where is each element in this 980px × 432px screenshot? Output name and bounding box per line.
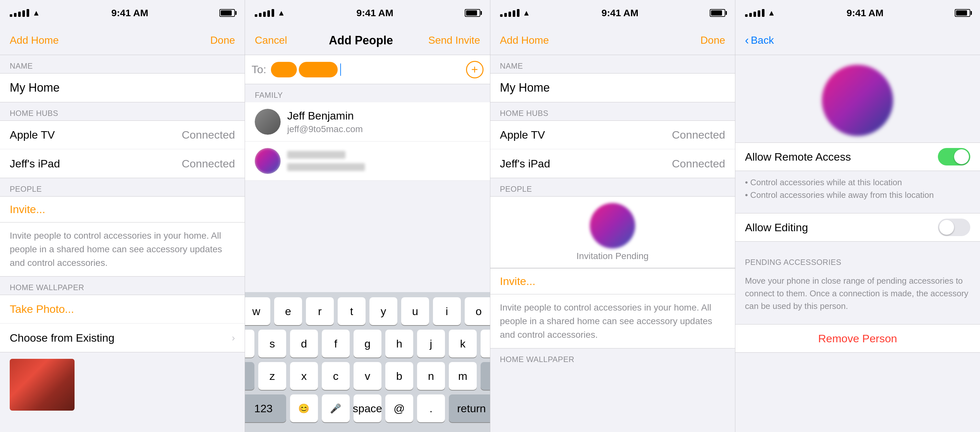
nav-bar-2: Cancel Add People Send Invite — [245, 26, 490, 55]
jeffs-ipad-item-3[interactable]: Jeff's iPad Connected — [490, 149, 735, 178]
allow-editing-row-4[interactable]: Allow Editing — [735, 213, 980, 241]
status-bar-1: ▲ 9:41 AM — [0, 0, 245, 26]
done-button-3[interactable]: Done — [686, 34, 725, 46]
nav-bar-3: Add Home Done — [490, 26, 735, 55]
jeff-name: Jeff Benjamin — [287, 110, 363, 122]
contact-jeff-row[interactable]: Jeff Benjamin jeff@9to5mac.com — [245, 102, 490, 141]
status-bar-4: ▲ 9:41 AM — [735, 0, 980, 26]
key-emoji[interactable]: 😊 — [290, 394, 318, 422]
people-item-3[interactable]: Invitation Pending — [490, 196, 735, 268]
allow-remote-toggle-4[interactable] — [938, 148, 970, 165]
key-h[interactable]: h — [385, 330, 413, 357]
key-j[interactable]: j — [417, 330, 445, 357]
key-c[interactable]: c — [322, 362, 350, 390]
key-b[interactable]: b — [385, 362, 413, 390]
key-n[interactable]: n — [417, 362, 445, 390]
panel-add-people: ▲ 9:41 AM Cancel Add People Send Invite … — [245, 0, 490, 432]
remote-desc1-4: • Control accessories while at this loca… — [745, 178, 902, 187]
key-mic[interactable]: 🎤 — [322, 394, 350, 422]
to-field-2[interactable]: To: + — [245, 55, 490, 84]
battery-3 — [710, 9, 725, 17]
send-invite-button-2[interactable]: Send Invite — [428, 34, 480, 46]
invite-item-1[interactable]: Invite... — [0, 196, 245, 222]
home-hubs-group-3: Apple TV Connected Jeff's iPad Connected — [490, 121, 735, 178]
jeff-avatar — [255, 109, 281, 135]
allow-editing-toggle-4[interactable] — [938, 219, 970, 236]
key-space[interactable]: space — [353, 394, 382, 422]
invite-link-3[interactable]: Invite... — [500, 275, 536, 287]
key-k[interactable]: k — [449, 330, 477, 357]
back-button-4[interactable]: ‹ Back — [745, 34, 784, 47]
pending-section-header-4: PENDING ACCESSORIES — [735, 251, 980, 270]
battery-1 — [220, 9, 235, 17]
battery-icons-3 — [710, 9, 725, 17]
wallpaper-thumbnail-1[interactable] — [10, 359, 75, 411]
remove-person-label-4[interactable]: Remove Person — [818, 332, 897, 345]
key-a[interactable]: a — [245, 330, 255, 357]
key-123[interactable]: 123 — [245, 394, 286, 422]
key-d[interactable]: d — [290, 330, 318, 357]
battery-4 — [955, 9, 970, 17]
key-l[interactable]: l — [480, 330, 490, 357]
to-input-2[interactable] — [271, 62, 463, 78]
done-button-1[interactable]: Done — [196, 34, 235, 46]
add-home-button-1[interactable]: Add Home — [10, 34, 59, 46]
key-e[interactable]: e — [274, 297, 302, 325]
chip-1 — [271, 62, 297, 78]
key-u[interactable]: u — [401, 297, 429, 325]
key-shift[interactable]: ⇧ — [245, 362, 255, 390]
key-v[interactable]: v — [353, 362, 382, 390]
key-m[interactable]: m — [449, 362, 477, 390]
key-z[interactable]: z — [258, 362, 286, 390]
jeffs-ipad-value-1: Connected — [182, 157, 235, 170]
signal-icons-2: ▲ — [255, 8, 285, 17]
blurred-avatar-img — [255, 148, 281, 174]
back-chevron-icon: ‹ — [745, 34, 749, 47]
allow-remote-row-4[interactable]: Allow Remote Access — [735, 143, 980, 171]
key-o[interactable]: o — [465, 297, 490, 325]
jeffs-ipad-item-1[interactable]: Jeff's iPad Connected — [0, 149, 245, 178]
invite-desc-1: Invite people to control accessories in … — [0, 222, 245, 276]
add-home-button-3[interactable]: Add Home — [500, 34, 549, 46]
choose-existing-item-1[interactable]: Choose from Existing › — [0, 324, 245, 352]
status-bar-3: ▲ 9:41 AM — [490, 0, 735, 26]
name-group-3: My Home — [490, 73, 735, 102]
key-f[interactable]: f — [322, 330, 350, 357]
home-name-item-1[interactable]: My Home — [0, 73, 245, 102]
remove-person-button-4[interactable]: Remove Person — [735, 324, 980, 353]
cancel-button-2[interactable]: Cancel — [255, 34, 294, 46]
home-hubs-group-1: Apple TV Connected Jeff's iPad Connected — [0, 121, 245, 178]
key-period[interactable]: . — [417, 394, 445, 422]
keyboard-2[interactable]: q w e r t y u i o p a s d f g h j k l ⇧ … — [245, 292, 490, 432]
jeff-info: Jeff Benjamin jeff@9to5mac.com — [287, 110, 363, 134]
apple-tv-item-3[interactable]: Apple TV Connected — [490, 121, 735, 149]
keyboard-row-3: ⇧ z x c v b n m ⌫ — [248, 362, 487, 390]
key-r[interactable]: r — [306, 297, 334, 325]
home-name-item-3[interactable]: My Home — [490, 73, 735, 102]
invite-link-1[interactable]: Invite... — [10, 203, 45, 215]
nav-title-2: Add People — [329, 34, 393, 47]
key-y[interactable]: y — [369, 297, 397, 325]
back-label-4[interactable]: Back — [751, 34, 774, 46]
people-header-3: PEOPLE — [490, 178, 735, 196]
key-backspace[interactable]: ⌫ — [480, 362, 490, 390]
blurred-name — [287, 151, 345, 159]
blurred-info — [287, 151, 365, 171]
invite-item-3[interactable]: Invite... — [490, 268, 735, 294]
key-g[interactable]: g — [353, 330, 382, 357]
take-photo-item-1[interactable]: Take Photo... — [0, 295, 245, 324]
apple-tv-item-1[interactable]: Apple TV Connected — [0, 121, 245, 149]
key-i[interactable]: i — [433, 297, 461, 325]
key-return[interactable]: return — [449, 394, 490, 422]
key-at[interactable]: @ — [385, 394, 413, 422]
to-label-2: To: — [251, 63, 268, 76]
key-w[interactable]: w — [245, 297, 270, 325]
key-x[interactable]: x — [290, 362, 318, 390]
family-header-2: FAMILY — [245, 84, 490, 102]
jeff-avatar-img — [255, 109, 281, 135]
contact-blurred-row[interactable] — [245, 141, 490, 181]
key-s[interactable]: s — [258, 330, 286, 357]
key-t[interactable]: t — [338, 297, 366, 325]
apple-tv-label-3: Apple TV — [500, 129, 545, 141]
add-contact-button-2[interactable]: + — [466, 61, 484, 78]
